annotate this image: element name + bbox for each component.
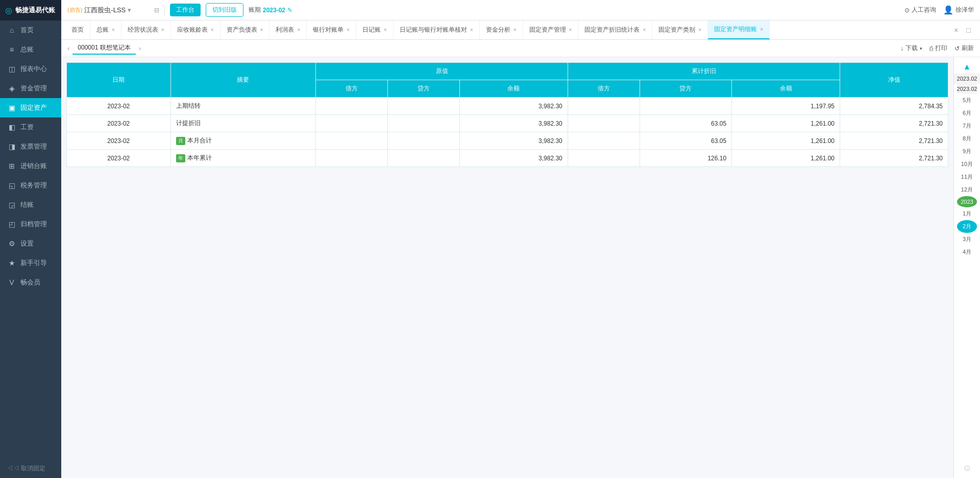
cell-orig-credit: [388, 150, 460, 167]
sub-tabbar: ‹ 000001 联想笔记本 › ↓ 下载 ▾ ⎙ 打印 ↺ 刷新: [61, 40, 980, 57]
tab-close-receivable[interactable]: ×: [211, 27, 214, 33]
sidebar-item-label-ledger: 总账: [20, 45, 34, 54]
tab-asset-liab[interactable]: 资产负债表×: [220, 20, 270, 39]
tab-close-profit[interactable]: ×: [297, 27, 300, 33]
salary-icon: ◧: [7, 123, 16, 131]
col-header-orig-credit: 贷方: [388, 80, 460, 98]
maximize-button[interactable]: □: [965, 25, 973, 35]
tab-home[interactable]: 首页: [65, 20, 90, 39]
tab-close-asset-liab[interactable]: ×: [260, 27, 263, 33]
date-nav-month-2023[interactable]: 2023: [957, 196, 977, 207]
tab-profit[interactable]: 利润表×: [270, 20, 307, 39]
date-nav-year-label: 2023.02: [957, 84, 977, 94]
company-selector[interactable]: (劝告) 江西股虫-LSS ▾: [67, 6, 149, 15]
home-icon: ⌂: [7, 26, 16, 34]
switch-old-button[interactable]: 切到旧版: [206, 3, 243, 17]
tab-close-journal-bank-match[interactable]: ×: [470, 27, 473, 33]
sidebar-item-report[interactable]: ◫ 报表中心: [0, 59, 61, 79]
tab-fixed-mgmt[interactable]: 固定资产管理×: [523, 20, 579, 39]
sidebar-item-archive[interactable]: ◰ 归档管理: [0, 214, 61, 234]
cell-depr-debit: [568, 132, 640, 150]
cell-date: 2023-02: [67, 150, 171, 167]
date-nav-month-3月[interactable]: 3月: [957, 233, 977, 246]
capital-icon: ◈: [7, 84, 16, 92]
tab-close-fixed-detail[interactable]: ×: [760, 27, 763, 32]
cell-net-value: 2,784.35: [840, 98, 948, 115]
tab-close-status[interactable]: ×: [161, 27, 164, 33]
cell-orig-credit: [388, 132, 460, 150]
sidebar-item-label-guide: 新手引导: [20, 258, 47, 268]
print-button[interactable]: ⎙ 打印: [929, 44, 947, 53]
sidebar-item-guide[interactable]: ★ 新手引导: [0, 253, 61, 273]
tab-status[interactable]: 经营状况表×: [121, 20, 171, 39]
copy-icon[interactable]: ⊟: [154, 7, 159, 14]
print-label: 打印: [935, 44, 947, 53]
tab-fixed-detail[interactable]: 固定资产明细账×: [708, 20, 770, 39]
tab-close-bank-statement[interactable]: ×: [347, 27, 350, 33]
date-nav-settings-icon[interactable]: ⊙: [962, 461, 972, 475]
date-nav-up-arrow[interactable]: ▲: [961, 60, 973, 74]
sidebar-item-settle[interactable]: ◲ 结账: [0, 195, 61, 214]
sidebar-item-ledger[interactable]: ≡ 总账: [0, 40, 61, 59]
tab-close-capital-analysis[interactable]: ×: [513, 27, 517, 33]
tab-bank-statement[interactable]: 银行对账单×: [307, 20, 356, 39]
sidebar-item-label-vip: 畅会员: [20, 278, 40, 287]
tab-close-fixed-mgmt[interactable]: ×: [569, 27, 572, 33]
date-nav-month-8月[interactable]: 8月: [957, 132, 977, 145]
sidebar-item-label-home: 首页: [20, 26, 34, 35]
cell-desc: 年本年累计: [170, 150, 316, 167]
period-edit-icon[interactable]: ✎: [287, 7, 292, 14]
date-nav-month-2月[interactable]: 2月: [957, 220, 977, 233]
ai-consult-button[interactable]: ⊙ 人工咨询: [904, 6, 936, 14]
sidebar-item-fixed-asset[interactable]: ▣ 固定资产: [0, 98, 61, 117]
tab-close-fixed-depr-stat[interactable]: ×: [643, 27, 646, 33]
sub-tab-prev-arrow[interactable]: ‹: [67, 44, 69, 52]
date-nav-month-9月[interactable]: 9月: [957, 145, 977, 158]
sidebar-item-sales[interactable]: ⊞ 进销台账: [0, 156, 61, 176]
tab-close-fixed-category[interactable]: ×: [698, 27, 701, 33]
sidebar-item-capital[interactable]: ◈ 资金管理: [0, 79, 61, 98]
ai-label: 人工咨询: [912, 6, 936, 14]
sidebar-footer[interactable]: ◁◁ 取消固定: [0, 459, 61, 478]
sidebar-item-home[interactable]: ⌂ 首页: [0, 20, 61, 40]
cell-net-value: 2,721.30: [840, 132, 948, 150]
tab-journal[interactable]: 日记账×: [356, 20, 394, 39]
sidebar-item-salary[interactable]: ◧ 工资: [0, 117, 61, 137]
tab-fixed-category[interactable]: 固定资产类别×: [652, 20, 708, 39]
close-all-tabs-button[interactable]: ×: [952, 25, 960, 35]
sidebar-item-label-archive: 归档管理: [20, 220, 47, 229]
col-header-orig-debit: 借方: [316, 80, 388, 98]
tab-receivable[interactable]: 应收账龄表×: [171, 20, 220, 39]
sub-tab-next-arrow[interactable]: ›: [139, 44, 141, 52]
date-nav-month-1月[interactable]: 1月: [957, 207, 977, 220]
sidebar-item-vip[interactable]: V 畅会员: [0, 273, 61, 292]
tab-capital-analysis[interactable]: 资金分析×: [480, 20, 523, 39]
date-nav-month-4月[interactable]: 4月: [957, 246, 977, 258]
table-row: 2023-02 月本月合计 3,982.30 63.05 1,261.00 2,…: [67, 132, 948, 150]
period-info: 账期 2023-02 ✎: [249, 6, 292, 14]
refresh-button[interactable]: ↺ 刷新: [954, 44, 974, 53]
download-label: 下载: [905, 44, 918, 53]
date-nav-month-6月[interactable]: 6月: [957, 107, 977, 119]
sidebar-item-settings[interactable]: ⚙ 设置: [0, 234, 61, 253]
tab-journal-bank-match[interactable]: 日记账与银行对账单核对×: [394, 20, 480, 39]
date-nav-month-10月[interactable]: 10月: [957, 158, 977, 171]
workbench-button[interactable]: 工作台: [170, 4, 201, 16]
date-nav-month-12月[interactable]: 12月: [957, 183, 977, 196]
tab-close-journal[interactable]: ×: [384, 27, 387, 33]
tab-ledger[interactable]: 总账×: [90, 20, 121, 39]
sidebar-item-tax[interactable]: ◱ 税务管理: [0, 176, 61, 195]
date-nav-month-7月[interactable]: 7月: [957, 119, 977, 132]
tab-label-receivable: 应收账龄表: [177, 26, 208, 34]
ai-icon: ⊙: [904, 7, 910, 14]
sub-tab-asset[interactable]: 000001 联想笔记本: [72, 42, 135, 55]
topbar-right: ⊙ 人工咨询 👤 徐泽华: [904, 5, 974, 15]
date-nav-month-11月[interactable]: 11月: [957, 171, 977, 183]
user-menu[interactable]: 👤 徐泽华: [943, 5, 974, 15]
sidebar-item-invoice[interactable]: ◨ 发票管理: [0, 137, 61, 156]
row-desc-text: 本月合计: [187, 137, 212, 144]
tab-fixed-depr-stat[interactable]: 固定资产折旧统计表×: [578, 20, 652, 39]
date-nav-month-5月[interactable]: 5月: [957, 94, 977, 107]
tab-close-ledger[interactable]: ×: [112, 27, 115, 33]
download-button[interactable]: ↓ 下载 ▾: [900, 44, 922, 53]
